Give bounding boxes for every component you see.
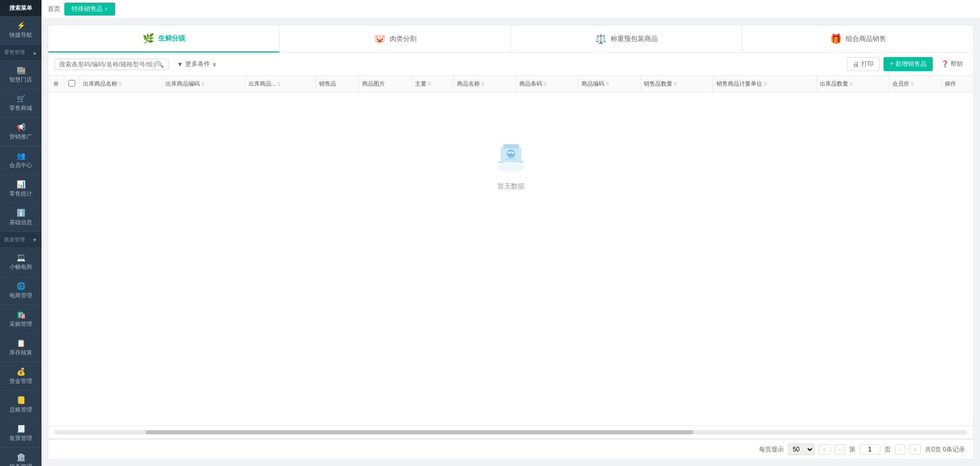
th-out-product-x[interactable]: 出库商品... ⇅: [245, 76, 316, 92]
th-product-code[interactable]: 商品编码 ⇅: [578, 76, 641, 92]
member-center-icon: 👥: [17, 152, 25, 160]
tab-fresh-grade-label: 生鲜分级: [158, 34, 185, 43]
inventory-icon: 📋: [17, 339, 25, 347]
sidebar-item-inventory[interactable]: 📋 库存核算: [0, 334, 42, 362]
tab-weigh-prepack[interactable]: ⚖️ 称重预包装商品: [511, 25, 742, 52]
tab-combo-sales[interactable]: 🎁 组合商品销售: [742, 25, 973, 52]
sidebar-item-quick-nav[interactable]: ⚡ 快捷导航: [0, 16, 42, 45]
tab-meat-cut[interactable]: 🐷 肉类分割: [280, 25, 511, 52]
sidebar-search[interactable]: 搜索菜单: [0, 0, 42, 16]
page-size-label: 每页显示: [759, 445, 784, 454]
svg-point-4: [508, 152, 510, 154]
mini-ecom-icon: 💻: [17, 253, 25, 262]
sort-icon: ⇅: [910, 81, 915, 87]
th-sales-product: 销售品: [316, 76, 359, 92]
sidebar-item-general-ledger[interactable]: 📒 总账管理: [0, 391, 42, 419]
print-label: 打印: [861, 60, 874, 68]
tab-navigation: 🌿 生鲜分级 🐷 肉类分割 ⚖️ 称重预包装商品 🎁 组合商品销售: [48, 25, 974, 53]
filter-arrow: ∨: [212, 61, 217, 68]
sidebar-item-label: 基础信息: [9, 218, 32, 226]
pagination: 每页显示 50 20 100 « ‹ 第 页 › » 共0页 0条记录: [48, 439, 974, 460]
th-main-weight[interactable]: 主量 ⇅: [412, 76, 454, 92]
main-area: 首页 特殊销售品 × 🌿 生鲜分级 🐷 肉类分割 ⚖️ 称重预包装商品 🎁 组合…: [42, 0, 980, 466]
print-button[interactable]: 🖨 打印: [847, 57, 879, 71]
horizontal-scroll[interactable]: [48, 426, 974, 439]
sidebar-item-tax-mgmt[interactable]: 🏛️ 税务管理: [0, 448, 42, 466]
tab-combo-sales-label: 组合商品销售: [846, 34, 886, 44]
sidebar-item-label: 总账管理: [9, 406, 32, 414]
th-member-price[interactable]: 会员价 ⇅: [889, 76, 941, 92]
basic-info-icon: ℹ️: [17, 209, 25, 217]
th-product-image: 商品图片: [358, 76, 411, 92]
tab-meat-cut-label: 肉类分割: [390, 34, 417, 44]
sidebar-item-label: 电商管理: [9, 292, 32, 299]
sidebar-item-label: 小畅电商: [9, 263, 32, 271]
page-size-select[interactable]: 50 20 100: [788, 444, 815, 455]
search-box[interactable]: 🔍: [54, 59, 169, 70]
sidebar-item-finance-mgmt[interactable]: 💰 资金管理: [0, 362, 42, 391]
filter-icon: ▼: [177, 61, 183, 68]
filter-button[interactable]: ▼ 更多条件 ∨: [173, 58, 221, 70]
tab-close-btn[interactable]: ×: [105, 6, 108, 12]
sidebar-item-purchase-mgmt[interactable]: 🛍️ 采购管理: [0, 305, 42, 334]
search-input[interactable]: [59, 61, 156, 68]
table-header-row: ⚙ 出库商品名称 ⇅ 出库商: [48, 76, 973, 92]
svg-rect-7: [519, 161, 524, 163]
prev-page-button[interactable]: ‹: [835, 444, 845, 455]
scroll-track: [54, 430, 967, 434]
data-table: ⚙ 出库商品名称 ⇅ 出库商: [48, 76, 973, 92]
sidebar-item-invoice-mgmt[interactable]: 🧾 发票管理: [0, 419, 42, 448]
tab-fresh-grade[interactable]: 🌿 生鲜分级: [48, 25, 280, 52]
sidebar-item-ecom-mgmt[interactable]: 🌐 电商管理: [0, 277, 42, 305]
th-action: 操作: [941, 76, 973, 92]
sidebar-item-basic-info[interactable]: ℹ️ 基础信息: [0, 203, 42, 232]
th-sales-unit[interactable]: 销售商品计量单位 ⇅: [713, 76, 817, 92]
breadcrumb-home[interactable]: 首页: [48, 5, 60, 13]
sidebar-item-member-center[interactable]: 👥 会员中心: [0, 146, 42, 175]
svg-point-3: [507, 149, 515, 158]
tab-weigh-prepack-label: 称重预包装商品: [611, 34, 658, 44]
sidebar-item-mini-ecom[interactable]: 💻 小畅电商: [0, 248, 42, 277]
sidebar-item-label: 资金管理: [9, 377, 32, 385]
select-all-checkbox[interactable]: [68, 80, 75, 87]
help-button[interactable]: ❓ 帮助: [937, 58, 967, 71]
th-product-name[interactable]: 商品名称 ⇅: [453, 76, 516, 92]
smart-store-icon: 🏬: [17, 66, 25, 74]
meat-cut-icon: 🐷: [374, 33, 385, 45]
top-bar: 首页 特殊销售品 ×: [42, 0, 980, 19]
last-page-button[interactable]: »: [909, 444, 921, 455]
active-tab[interactable]: 特殊销售品 ×: [64, 3, 115, 16]
sidebar: 搜索菜单 ⚡ 快捷导航 零售管理 ▲ 🏬 智慧门店 🛒 零售商城 📢 营销推广 …: [0, 0, 42, 466]
sort-icon: ⇅: [605, 81, 610, 87]
sidebar-item-smart-store[interactable]: 🏬 智慧门店: [0, 61, 42, 89]
finance-mgmt-icon: 💰: [17, 367, 25, 376]
sidebar-item-retail-stats[interactable]: 📊 零售统计: [0, 175, 42, 203]
filter-label: 更多条件: [185, 60, 210, 68]
th-checkbox[interactable]: [64, 76, 79, 92]
sidebar-section-wholesale[interactable]: 批发管理 ▼: [0, 232, 42, 248]
total-label: 共0页 0条记录: [925, 445, 965, 454]
sort-icon: ⇅: [427, 81, 432, 87]
sort-icon: ⇅: [201, 81, 205, 87]
add-product-button[interactable]: + 新增销售品: [884, 57, 932, 71]
th-out-qty[interactable]: 出库品数量 ⇅: [817, 76, 889, 92]
page-number-input[interactable]: [860, 444, 880, 455]
sort-icon: ⇅: [763, 81, 767, 87]
next-page-button[interactable]: ›: [895, 444, 905, 455]
svg-point-0: [498, 163, 524, 172]
general-ledger-icon: 📒: [17, 396, 25, 404]
sidebar-item-retail-mall[interactable]: 🛒 零售商城: [0, 89, 42, 118]
sort-icon: ⇅: [849, 81, 853, 87]
sidebar-item-sales-promo[interactable]: 📢 营销推广: [0, 118, 42, 146]
th-out-product-name[interactable]: 出库商品名称 ⇅: [79, 76, 162, 92]
th-out-product-code[interactable]: 出库商品编码 ⇅: [162, 76, 245, 92]
retail-mall-icon: 🛒: [17, 94, 25, 103]
wholesale-mgmt-label: 批发管理: [4, 236, 25, 243]
th-barcode[interactable]: 商品条码 ⇅: [516, 76, 578, 92]
th-settings[interactable]: ⚙: [48, 76, 64, 92]
th-sales-qty[interactable]: 销售品数量 ⇅: [641, 76, 713, 92]
first-page-button[interactable]: «: [819, 444, 831, 455]
svg-point-5: [512, 152, 514, 154]
sidebar-section-retail[interactable]: 零售管理 ▲: [0, 45, 42, 61]
toolbar-right: 🖨 打印 + 新增销售品 ❓ 帮助: [847, 57, 967, 71]
